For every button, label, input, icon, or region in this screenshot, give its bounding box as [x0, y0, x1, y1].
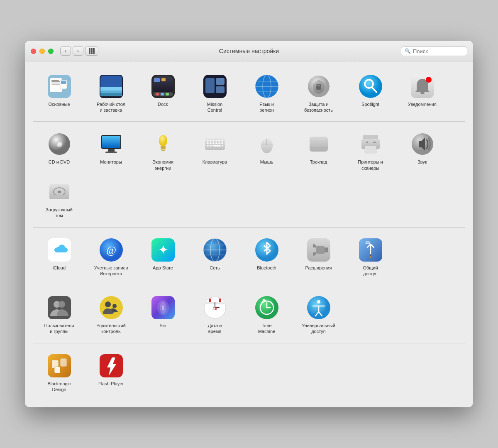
svg-rect-3 [51, 80, 59, 81]
titlebar: ‹ › Системные настройки 🔍 [25, 41, 473, 62]
svg-rect-27 [216, 86, 225, 93]
forward-button[interactable]: › [73, 47, 83, 56]
back-button[interactable]: ‹ [60, 47, 71, 56]
pref-appstore[interactable]: ✦ App Store [137, 233, 189, 280]
users-icon [47, 295, 72, 320]
pref-users[interactable]: Пользователии группы [33, 290, 85, 338]
section-hardware-row2: Загрузочныйтом [33, 174, 465, 222]
grid-view-button[interactable] [85, 47, 98, 56]
energy-icon [151, 132, 176, 157]
svg-text:@: @ [106, 244, 116, 256]
svg-rect-99 [325, 247, 328, 252]
svg-rect-77 [365, 146, 376, 153]
pref-sharing[interactable]: 🚶 Общийдоступ [344, 233, 396, 280]
svg-rect-56 [212, 140, 215, 142]
sound-label: Звук [417, 159, 427, 165]
pref-security[interactable]: Защита ибезопасность [293, 69, 344, 117]
pref-blackmagic[interactable]: BlackmagicDesign [33, 348, 85, 396]
pref-network[interactable]: Сеть [189, 233, 241, 280]
pref-notifications[interactable]: Уведомления [396, 69, 448, 117]
pref-mouse[interactable]: Мышь [241, 127, 293, 174]
pref-sound[interactable]: Звук [396, 127, 448, 174]
parental-label: Родительскийконтроль [96, 323, 126, 335]
svg-rect-22 [154, 78, 160, 82]
svg-rect-20 [161, 93, 164, 95]
keyboard-label: Клавиатура [203, 159, 227, 165]
search-input[interactable] [413, 48, 464, 54]
pref-trackpad[interactable]: Трекпад [293, 127, 344, 174]
pref-extensions[interactable]: Расширения [293, 233, 344, 280]
svg-rect-57 [215, 140, 217, 142]
pref-language[interactable]: Язык ирегион [241, 69, 293, 117]
bluetooth-icon [254, 237, 279, 262]
section-internet-grid: iCloud @ [33, 233, 465, 280]
svg-rect-66 [207, 145, 209, 147]
svg-rect-50 [161, 146, 166, 148]
pref-dock[interactable]: Dock [137, 69, 189, 117]
siri-icon [151, 295, 176, 320]
svg-rect-51 [161, 148, 166, 149]
pref-accessibility[interactable]: Универсальныйдоступ [293, 290, 344, 338]
svg-rect-46 [102, 136, 120, 148]
svg-rect-26 [216, 78, 225, 85]
svg-point-83 [58, 191, 61, 193]
parental-icon [99, 295, 124, 320]
section-personal-grid: Основные Рабочий столи заставка [33, 69, 465, 117]
pref-siri[interactable]: Siri [137, 290, 189, 338]
svg-rect-98 [316, 246, 325, 254]
pref-keyboard[interactable]: Клавиатура [189, 127, 241, 174]
pref-monitors[interactable]: Мониторы [85, 127, 137, 174]
svg-point-125 [317, 300, 320, 304]
startup-label: Загрузочныйтом [46, 207, 73, 219]
pref-spotlight[interactable]: Spotlight [344, 69, 396, 117]
pref-printers[interactable]: Принтеры исканеры [344, 127, 396, 174]
mouse-label: Мышь [260, 159, 273, 165]
minimize-button[interactable] [39, 49, 45, 54]
section-system: Пользователии группы Родительскийконтрол… [33, 290, 465, 343]
search-box[interactable]: 🔍 [401, 47, 467, 56]
svg-rect-128 [60, 358, 67, 367]
sharing-label: Общийдоступ [363, 265, 378, 277]
pref-general[interactable]: Основные [33, 69, 85, 117]
pref-internet-accounts[interactable]: @ Учетные записиИнтернета [85, 233, 137, 280]
svg-rect-54 [207, 140, 209, 142]
section-system-grid: Пользователии группы Родительскийконтрол… [33, 290, 465, 338]
section-internet: iCloud @ [33, 233, 465, 286]
network-label: Сеть [210, 265, 220, 271]
svg-point-44 [58, 143, 61, 145]
energy-label: Экономияэнергии [152, 159, 173, 171]
monitors-label: Мониторы [100, 159, 122, 165]
pref-cddvd[interactable]: CD и DVD [33, 127, 85, 174]
extensions-label: Расширения [305, 265, 332, 271]
monitors-icon [99, 132, 124, 157]
svg-rect-13 [100, 93, 122, 96]
svg-rect-4 [51, 81, 61, 82]
dock-icon [151, 74, 176, 99]
pref-timemachine[interactable]: TimeMachine [241, 290, 293, 338]
svg-text:🚶: 🚶 [369, 255, 373, 259]
close-button[interactable] [31, 49, 36, 54]
content-area: Основные Рабочий столи заставка [25, 62, 473, 408]
pref-desktop[interactable]: Рабочий столи заставка [85, 69, 137, 117]
pref-energy[interactable]: Экономияэнергии [137, 127, 189, 174]
pref-parental[interactable]: Родительскийконтроль [85, 290, 137, 338]
svg-rect-48 [105, 152, 117, 153]
maximize-button[interactable] [48, 49, 54, 54]
security-icon [306, 74, 331, 99]
language-label: Язык ирегион [259, 101, 274, 113]
svg-point-49 [159, 135, 167, 147]
svg-text:✦: ✦ [158, 243, 168, 257]
security-label: Защита ибезопасность [304, 101, 333, 113]
pref-mission[interactable]: MissionControl [189, 69, 241, 117]
users-label: Пользователии группы [44, 323, 74, 335]
datetime-icon: 18 [203, 295, 227, 320]
flash-label: Flash Player [98, 381, 124, 387]
pref-datetime[interactable]: 18 Дата ивремя [189, 290, 241, 338]
pref-startup[interactable]: Загрузочныйтом [33, 174, 85, 222]
svg-point-36 [359, 75, 382, 98]
pref-bluetooth[interactable]: Bluetooth [241, 233, 293, 280]
pref-icloud[interactable]: iCloud [33, 233, 85, 280]
section-hardware: CD и DVD [33, 127, 465, 227]
svg-rect-84 [51, 195, 68, 198]
pref-flash[interactable]: Flash Player [85, 348, 137, 396]
